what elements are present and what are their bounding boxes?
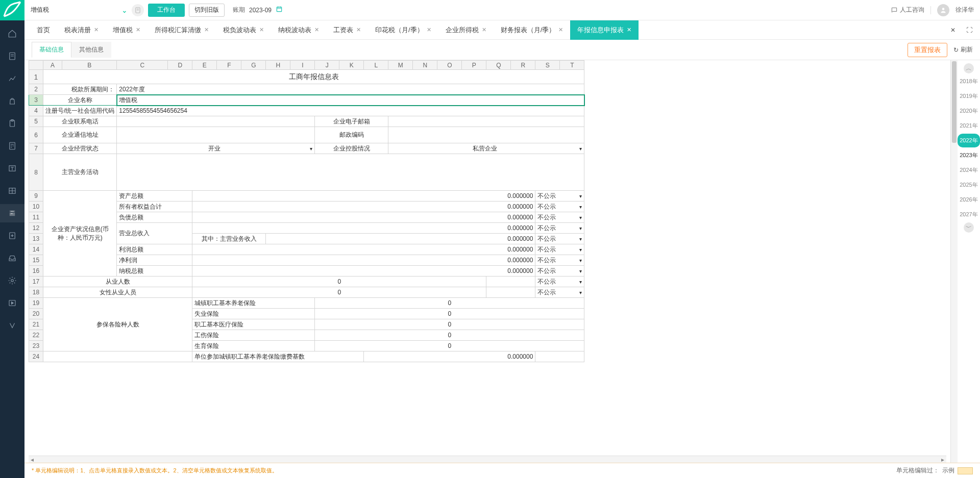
tab-corp-income[interactable]: 企业所得税✕ — [438, 20, 494, 40]
tab-home[interactable]: 首页 — [30, 20, 57, 40]
caret-down-icon: ▾ — [310, 146, 312, 152]
caret-down-icon: ▾ — [579, 146, 582, 152]
footer: * 单元格编辑说明：1、点击单元格直接录入数值或文本。2、清空单元格数值或文本恢… — [24, 463, 980, 478]
close-icon[interactable]: ✕ — [627, 27, 631, 33]
svg-rect-10 — [277, 7, 281, 12]
nav-export-icon[interactable] — [0, 227, 24, 245]
close-icon[interactable]: ✕ — [427, 27, 431, 33]
year-down-button[interactable]: ﹀ — [964, 222, 974, 233]
subtab-basic[interactable]: 基础信息 — [32, 42, 71, 58]
year-2019[interactable]: 2019年 — [958, 89, 979, 103]
nav-report-icon[interactable] — [0, 204, 24, 222]
nav-v-icon[interactable] — [0, 316, 24, 335]
column-headers: ABC DEF GHI JKL MNO PQR ST — [29, 61, 584, 70]
close-icon[interactable]: ✕ — [558, 27, 563, 33]
refresh-button[interactable]: ↻ 刷新 — [953, 45, 973, 54]
workspace-button[interactable]: 工作台 — [148, 4, 185, 17]
close-icon[interactable]: ✕ — [314, 27, 319, 33]
tab-salary[interactable]: 工资表✕ — [326, 20, 368, 40]
nav-chart-icon[interactable] — [0, 69, 24, 88]
period-label: 账期 — [233, 6, 245, 14]
nav-clipboard-icon[interactable] — [0, 114, 24, 133]
year-2022[interactable]: 2022年 — [958, 134, 979, 147]
nav-home-icon[interactable] — [0, 24, 24, 43]
close-icon[interactable]: ✕ — [259, 27, 264, 33]
topbar: 增值税 ⌄ 工作台 切到旧版 账期 2023-09 人工咨询 — [24, 0, 980, 20]
nav-calc-icon[interactable] — [0, 137, 24, 155]
year-2023[interactable]: 2023年 — [958, 148, 979, 162]
avatar[interactable] — [937, 4, 949, 16]
svg-point-7 — [11, 280, 14, 282]
expand-icon[interactable]: ⛶ — [964, 27, 975, 34]
switch-old-button[interactable]: 切到旧版 — [189, 4, 225, 17]
reset-button[interactable]: 重置报表 — [908, 43, 947, 57]
sheet-title: 工商年报信息表 — [43, 70, 584, 84]
nav-bag-icon[interactable] — [0, 92, 24, 110]
close-icon[interactable]: ✕ — [356, 27, 361, 33]
year-2026[interactable]: 2026年 — [958, 193, 979, 207]
nav-doc-icon[interactable] — [0, 47, 24, 65]
svg-point-11 — [942, 8, 945, 10]
year-2024[interactable]: 2024年 — [958, 163, 979, 177]
year-2021[interactable]: 2021年 — [958, 119, 979, 133]
note-button[interactable] — [132, 4, 144, 16]
svg-rect-3 — [10, 142, 15, 149]
nav-inbox-icon[interactable] — [0, 249, 24, 267]
vertical-scrollbar[interactable] — [950, 60, 958, 463]
tab-income-settle[interactable]: 所得税汇算清缴✕ — [148, 20, 216, 40]
subtab-other[interactable]: 其他信息 — [71, 42, 111, 58]
period-value[interactable]: 2023-09 — [249, 7, 272, 14]
nav-settings-icon[interactable] — [0, 271, 24, 290]
close-icon[interactable]: ✕ — [482, 27, 486, 33]
app-logo — [0, 0, 24, 20]
scroll-thumb[interactable] — [952, 61, 957, 143]
close-icon[interactable]: ✕ — [204, 27, 209, 33]
year-up-button[interactable]: ︿ — [964, 63, 974, 73]
help-link[interactable]: 人工咨询 — [891, 6, 924, 14]
edit-legend-example: 示例 — [942, 466, 954, 475]
user-name[interactable]: 徐泽华 — [955, 6, 974, 14]
company-name-cell[interactable]: 增值税 — [117, 95, 584, 106]
nav-grid-icon[interactable] — [0, 182, 24, 200]
edit-swatch — [958, 467, 973, 474]
horizontal-scrollbar[interactable]: ◂ ▸ — [29, 456, 946, 463]
company-selector[interactable]: 增值税 ⌄ — [31, 6, 128, 14]
tab-annual-report[interactable]: 年报信息申报表✕ — [570, 20, 639, 40]
corner-cell[interactable] — [29, 61, 43, 70]
tab-tax-pay[interactable]: 纳税波动表✕ — [271, 20, 326, 40]
refresh-icon: ↻ — [953, 46, 959, 54]
tabs-bar: 首页 税表清册✕ 增值税✕ 所得税汇算清缴✕ 税负波动表✕ 纳税波动表✕ 工资表… — [24, 20, 980, 40]
business-status-select[interactable]: 开业▾ — [117, 143, 315, 154]
edit-legend-label: 单元格编辑过： — [896, 466, 939, 475]
footer-note: * 单元格编辑说明：1、点击单元格直接录入数值或文本。2、清空单元格数值或文本恢… — [32, 467, 278, 474]
tab-stamp[interactable]: 印花税（月/季）✕ — [368, 20, 438, 40]
year-2020[interactable]: 2020年 — [958, 104, 979, 118]
holding-select[interactable]: 私营企业▾ — [388, 143, 584, 154]
nav-t-icon[interactable] — [0, 159, 24, 178]
close-icon[interactable]: ✕ — [136, 27, 140, 33]
tab-financial[interactable]: 财务报表（月/季）✕ — [494, 20, 571, 40]
scroll-left-icon[interactable]: ◂ — [29, 456, 36, 463]
year-2018[interactable]: 2018年 — [958, 74, 979, 88]
year-rail: ︿ 2018年 2019年 2020年 2021年 2022年 2023年 20… — [958, 60, 980, 463]
year-2025[interactable]: 2025年 — [958, 178, 979, 192]
spreadsheet[interactable]: ABC DEF GHI JKL MNO PQR ST 1工商年报信息表 — [29, 60, 946, 456]
tab-vat[interactable]: 增值税✕ — [106, 20, 148, 40]
year-2027[interactable]: 2027年 — [958, 208, 979, 221]
company-name: 增值税 — [31, 6, 49, 14]
chevron-down-icon: ⌄ — [121, 6, 128, 14]
calendar-icon[interactable] — [276, 6, 283, 14]
tab-tax-list[interactable]: 税表清册✕ — [57, 20, 106, 40]
close-icon[interactable]: ✕ — [94, 27, 99, 33]
scroll-right-icon[interactable]: ▸ — [939, 456, 946, 463]
sidebar — [0, 0, 24, 478]
tab-tax-burden[interactable]: 税负波动表✕ — [216, 20, 271, 40]
nav-play-icon[interactable] — [0, 294, 24, 312]
sub-toolbar: 基础信息 其他信息 重置报表 ↻ 刷新 — [24, 40, 980, 60]
close-all-icon[interactable]: ✕ — [947, 27, 959, 34]
